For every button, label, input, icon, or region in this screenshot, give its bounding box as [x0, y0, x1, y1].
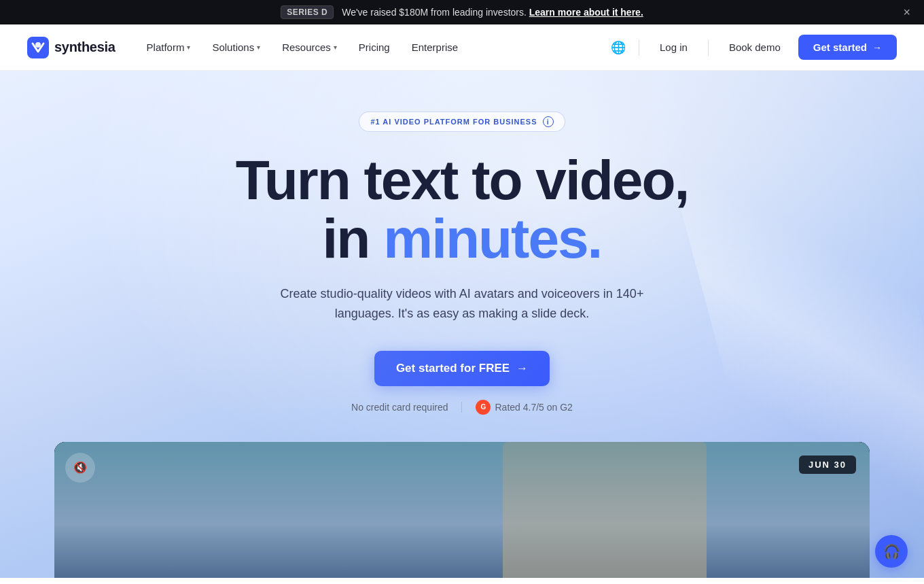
headphones-icon: 🎧 [883, 543, 900, 560]
arrow-right-icon: → [872, 42, 882, 53]
video-presenter [503, 442, 707, 578]
nav-right: 🌐 Log in Book demo Get started → [606, 35, 897, 60]
nav-left: synthesia Platform ▾ Solutions ▾ Resourc… [27, 36, 467, 58]
nav-item-pricing[interactable]: Pricing [349, 36, 399, 58]
get-started-button[interactable]: Get started → [798, 35, 897, 60]
nav-item-solutions[interactable]: Solutions ▾ [202, 36, 270, 58]
logo[interactable]: synthesia [27, 37, 116, 58]
hero-title: Turn text to video, in minutes. [236, 151, 689, 268]
nav-item-enterprise[interactable]: Enterprise [402, 36, 467, 58]
logo-text: synthesia [54, 39, 116, 55]
chevron-down-icon: ▾ [257, 44, 260, 51]
hero-cta: Get started for FREE → [374, 351, 550, 386]
hero-subtitle: Create studio-quality videos with AI ava… [272, 284, 652, 324]
video-container: JUN 30 🔇 [54, 442, 870, 578]
language-button[interactable]: 🌐 [606, 35, 630, 60]
logo-icon [27, 37, 49, 58]
nav-item-platform[interactable]: Platform ▾ [137, 36, 200, 58]
announcement-link[interactable]: Learn more about it here. [529, 7, 643, 18]
video-background [54, 442, 870, 578]
cta-primary-button[interactable]: Get started for FREE → [374, 351, 550, 386]
announcement-bar: SERIES D We've raised $180M from leading… [0, 0, 924, 24]
nav-item-resources[interactable]: Resources ▾ [272, 36, 346, 58]
hero-section: #1 AI VIDEO PLATFORM FOR BUSINESS i Turn… [0, 71, 924, 578]
video-overlay: JUN 30 [54, 442, 870, 578]
login-button[interactable]: Log in [647, 36, 700, 58]
series-badge: SERIES D [281, 5, 334, 19]
nav-divider [639, 39, 639, 56]
announcement-close-button[interactable]: × [903, 6, 910, 18]
hero-trust: No credit card required G Rated 4.7/5 on… [351, 400, 573, 415]
hero-badge: #1 AI VIDEO PLATFORM FOR BUSINESS i [359, 111, 565, 132]
video-mute-button[interactable]: 🔇 [65, 453, 95, 483]
g2-logo: G [476, 400, 491, 415]
video-inner: JUN 30 🔇 [54, 442, 870, 578]
video-date-badge: JUN 30 [799, 456, 856, 474]
book-demo-button[interactable]: Book demo [717, 36, 793, 58]
chevron-down-icon: ▾ [334, 44, 337, 51]
info-icon: i [543, 116, 554, 127]
navbar: synthesia Platform ▾ Solutions ▾ Resourc… [0, 24, 924, 71]
support-chat-button[interactable]: 🎧 [875, 535, 908, 568]
arrow-right-icon: → [516, 362, 528, 375]
nav-items: Platform ▾ Solutions ▾ Resources ▾ Prici… [137, 36, 468, 58]
nav-divider-2 [708, 39, 709, 56]
g2-badge: G Rated 4.7/5 on G2 [476, 400, 572, 415]
mute-icon: 🔇 [73, 461, 87, 474]
announcement-text: We've raised $180M from leading investor… [342, 7, 643, 18]
trust-divider [461, 402, 462, 413]
svg-rect-1 [35, 42, 41, 48]
globe-icon: 🌐 [611, 40, 626, 55]
chevron-down-icon: ▾ [187, 44, 190, 51]
